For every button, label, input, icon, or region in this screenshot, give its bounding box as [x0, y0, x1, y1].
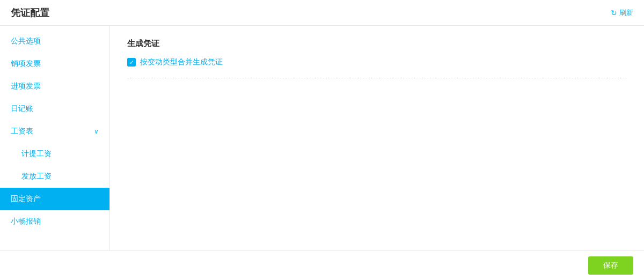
- sidebar-item-sales-invoice[interactable]: 销项发票: [0, 53, 109, 75]
- content-area: 生成凭证 ✓ 按变动类型合并生成凭证: [110, 26, 644, 250]
- section-title: 生成凭证: [127, 39, 627, 49]
- sidebar-item-public[interactable]: 公共选项: [0, 30, 109, 53]
- page-footer: 保存: [0, 250, 644, 280]
- sidebar-item-journal[interactable]: 日记账: [0, 98, 109, 120]
- sidebar-label-journal: 日记账: [11, 104, 33, 114]
- sidebar-item-expense[interactable]: 小畅报销: [0, 210, 109, 233]
- sidebar-item-fixed-assets[interactable]: 固定资产: [0, 188, 109, 210]
- sidebar-label-purchase-invoice: 进项发票: [11, 82, 41, 91]
- sidebar-label-public: 公共选项: [11, 36, 41, 46]
- sidebar-label-accrual-salary: 计提工资: [21, 149, 52, 159]
- sidebar-label-payroll: 工资表: [11, 127, 33, 136]
- sidebar-item-payroll[interactable]: 工资表 ∨: [0, 120, 109, 143]
- refresh-button[interactable]: ↻ 刷新: [611, 8, 633, 18]
- sidebar-label-sales-invoice: 销项发票: [11, 59, 41, 69]
- sidebar: 公共选项 销项发票 进项发票 日记账 工资表 ∨ 计提工资 发放工资 固定资: [0, 26, 110, 250]
- checkmark-icon: ✓: [129, 60, 134, 65]
- refresh-icon: ↻: [611, 9, 617, 17]
- save-button[interactable]: 保存: [588, 256, 633, 275]
- page-title: 凭证配置: [11, 6, 49, 19]
- refresh-label: 刷新: [619, 8, 633, 18]
- checkbox-row: ✓ 按变动类型合并生成凭证: [127, 57, 627, 67]
- sidebar-item-purchase-invoice[interactable]: 进项发票: [0, 75, 109, 98]
- checkbox-label[interactable]: 按变动类型合并生成凭证: [140, 57, 223, 67]
- section-divider: [127, 78, 627, 78]
- main-content: 公共选项 销项发票 进项发票 日记账 工资表 ∨ 计提工资 发放工资 固定资: [0, 26, 644, 250]
- merge-by-type-checkbox[interactable]: ✓: [127, 58, 136, 67]
- sidebar-label-fixed-assets: 固定资产: [11, 194, 41, 204]
- sidebar-item-accrual-salary[interactable]: 计提工资: [0, 143, 109, 165]
- sidebar-label-expense: 小畅报销: [11, 217, 41, 226]
- sidebar-item-distribute-salary[interactable]: 发放工资: [0, 165, 109, 188]
- page-header: 凭证配置 ↻ 刷新: [0, 0, 644, 26]
- sidebar-label-distribute-salary: 发放工资: [21, 172, 52, 181]
- page-wrapper: 凭证配置 ↻ 刷新 公共选项 销项发票 进项发票 日记账 工资表 ∨: [0, 0, 644, 280]
- chevron-down-icon: ∨: [94, 128, 99, 135]
